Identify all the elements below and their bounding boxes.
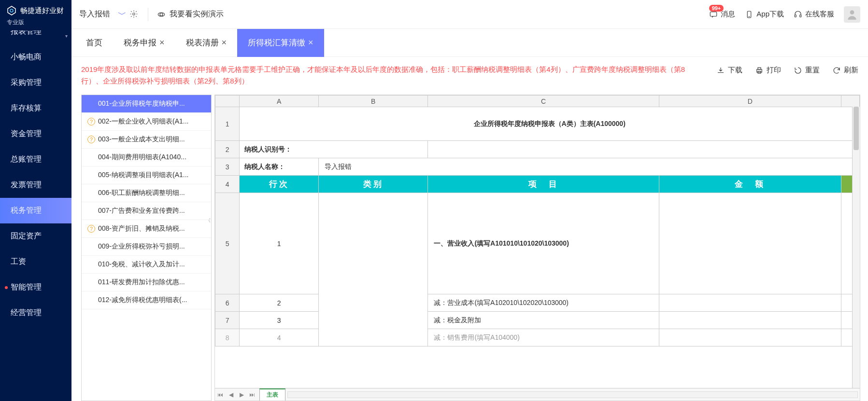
col-header[interactable]: B (318, 96, 428, 107)
sidebar-item[interactable]: 库存核算 (0, 96, 71, 121)
page-tab[interactable]: 首页 (75, 29, 113, 57)
sheet-tab[interactable]: 主表 (259, 388, 285, 401)
sidebar-item[interactable]: 发票管理 (0, 172, 71, 198)
chevron-down-icon[interactable]: ﹀ (115, 9, 129, 20)
refresh-button[interactable]: 刷新 (832, 66, 858, 75)
row-header[interactable]: 4 (215, 176, 240, 193)
report-item[interactable]: 010-免税、减计收入及加计... (82, 256, 211, 274)
sheet-first-icon[interactable]: ⏮ (215, 391, 226, 398)
download-button[interactable]: 下载 (716, 66, 742, 75)
row-header[interactable]: 2 (215, 141, 240, 158)
app-download-button[interactable]: App下载 (745, 10, 784, 19)
project-cell[interactable]: 减：销售费用(填写A104000) (428, 329, 659, 346)
header-project[interactable]: 项 目 (428, 176, 659, 193)
sidebar-item[interactable]: 报表管理▾ (0, 30, 71, 44)
row-header[interactable]: 6 (215, 294, 240, 312)
sheet-title[interactable]: 企业所得税年度纳税申报表（A类）主表(A100000) (240, 107, 860, 141)
sidebar-item[interactable]: 工资 (0, 249, 71, 275)
sheet-prev-icon[interactable]: ◀ (226, 391, 236, 398)
sheet-scroll[interactable]: A B C D 1 企业所得税年度纳税申报表（A类）主表(A100000) (215, 95, 860, 388)
line-number[interactable]: 4 (240, 329, 319, 346)
col-header[interactable]: A (240, 96, 319, 107)
category-cell[interactable] (318, 193, 428, 346)
report-item[interactable]: ?008-资产折旧、摊销及纳税... (82, 220, 211, 238)
horizontal-scrollbar[interactable] (287, 391, 858, 398)
header-line[interactable]: 行次 (240, 176, 319, 193)
report-item[interactable]: ?003-一般企业成本支出明细... (82, 131, 211, 149)
report-item[interactable]: 004-期间费用明细表(A1040... (82, 149, 211, 166)
svg-point-9 (850, 10, 854, 14)
reset-button[interactable]: 重置 (794, 66, 820, 75)
vertical-scrollbar[interactable] (852, 107, 860, 388)
col-header[interactable] (841, 96, 860, 107)
taxpayer-name-value[interactable]: 导入报错 (318, 158, 859, 176)
page-tab[interactable]: 税表清册× (175, 29, 238, 57)
sidebar-item[interactable]: 小畅电商 (0, 44, 71, 70)
report-item[interactable]: 012-减免所得税优惠明细表(... (82, 291, 211, 309)
close-icon[interactable]: × (308, 38, 313, 48)
sheet-next-icon[interactable]: ▶ (236, 391, 247, 398)
report-item-label: 006-职工薪酬纳税调整明细... (98, 189, 185, 196)
svg-rect-4 (711, 12, 717, 16)
project-cell[interactable]: 一、营业收入(填写A101010\101020\103000) (428, 193, 659, 294)
content: 2019年度涉及取以前年度结转数据的申报表单元格需要手工维护正确，才能保证本年及… (71, 57, 868, 401)
col-header[interactable]: D (659, 96, 841, 107)
tab-label: 税表清册 (186, 37, 219, 48)
close-icon[interactable]: × (159, 38, 165, 48)
gear-icon[interactable] (129, 10, 139, 19)
brand-logo-icon (6, 5, 17, 16)
line-number[interactable]: 3 (240, 312, 319, 329)
print-button[interactable]: 打印 (755, 66, 781, 75)
report-item-label: 007-广告费和业务宣传费跨... (98, 207, 185, 214)
report-item-label: 004-期间费用明细表(A1040... (98, 153, 186, 161)
sheet-last-icon[interactable]: ⏭ (247, 391, 257, 398)
row-7: 7 3 减：税金及附加 (215, 312, 860, 329)
header-amount[interactable]: 金 额 (659, 176, 841, 193)
alert-text: 2019年度涉及取以前年度结转数据的申报表单元格需要手工维护正确，才能保证本年及… (81, 64, 716, 87)
org-selector[interactable]: 导入报错 ﹀ (79, 9, 129, 20)
avatar[interactable] (844, 6, 860, 23)
amount-cell[interactable] (659, 312, 841, 329)
taxpayer-id-value[interactable] (428, 141, 860, 158)
line-number[interactable]: 2 (240, 294, 319, 312)
sidebar-item[interactable]: 智能管理 (0, 275, 71, 300)
taxpayer-id-label[interactable]: 纳税人识别号： (240, 141, 428, 158)
sidebar-item[interactable]: 经营管理 (0, 300, 71, 326)
row-header[interactable]: 5 (215, 193, 240, 294)
col-header[interactable]: C (428, 96, 659, 107)
message-button[interactable]: 99+ 消息 (709, 10, 735, 19)
close-icon[interactable]: × (222, 38, 227, 48)
line-number[interactable]: 1 (240, 193, 319, 294)
report-item[interactable]: ?002-一般企业收入明细表(A1... (82, 113, 211, 131)
demo-link[interactable]: 我要看实例演示 (157, 9, 224, 19)
amount-cell[interactable] (659, 193, 841, 294)
project-cell[interactable]: 减：营业成本(填写A102010\102020\103000) (428, 294, 659, 312)
report-item-label: 005-纳税调整项目明细表(A1... (98, 171, 188, 179)
report-item[interactable]: 011-研发费用加计扣除优惠... (82, 274, 211, 291)
page-tab[interactable]: 税务申报× (113, 29, 175, 57)
taxpayer-name-label[interactable]: 纳税人名称： (240, 158, 319, 176)
sidebar-item[interactable]: 采购管理 (0, 70, 71, 96)
report-item[interactable]: 005-纳税调整项目明细表(A1... (82, 166, 211, 184)
row-header[interactable]: 8 (215, 329, 240, 346)
sheet-table: A B C D 1 企业所得税年度纳税申报表（A类）主表(A100000) (215, 95, 860, 346)
sidebar-item[interactable]: 税务管理 (0, 198, 71, 223)
sidebar-item[interactable]: 总账管理 (0, 147, 71, 172)
support-button[interactable]: 在线客服 (794, 10, 834, 19)
amount-cell[interactable] (659, 329, 841, 346)
amount-cell[interactable] (659, 294, 841, 312)
report-item[interactable]: 001-企业所得税年度纳税申... (82, 95, 211, 113)
report-item[interactable]: 007-广告费和业务宣传费跨... (82, 202, 211, 220)
report-item-label: 011-研发费用加计扣除优惠... (98, 278, 185, 286)
report-item[interactable]: 006-职工薪酬纳税调整明细... (82, 184, 211, 202)
header-category[interactable]: 类别 (318, 176, 428, 193)
report-item-label: 002-一般企业收入明细表(A1... (98, 117, 188, 125)
project-cell[interactable]: 减：税金及附加 (428, 312, 659, 329)
page-tab[interactable]: 所得税汇算清缴× (237, 29, 324, 57)
row-header[interactable]: 3 (215, 158, 240, 176)
row-header[interactable]: 1 (215, 107, 240, 141)
report-item[interactable]: 009-企业所得税弥补亏损明... (82, 238, 211, 256)
sidebar-item[interactable]: 固定资产 (0, 223, 71, 249)
row-header[interactable]: 7 (215, 312, 240, 329)
sidebar-item[interactable]: 资金管理 (0, 121, 71, 147)
